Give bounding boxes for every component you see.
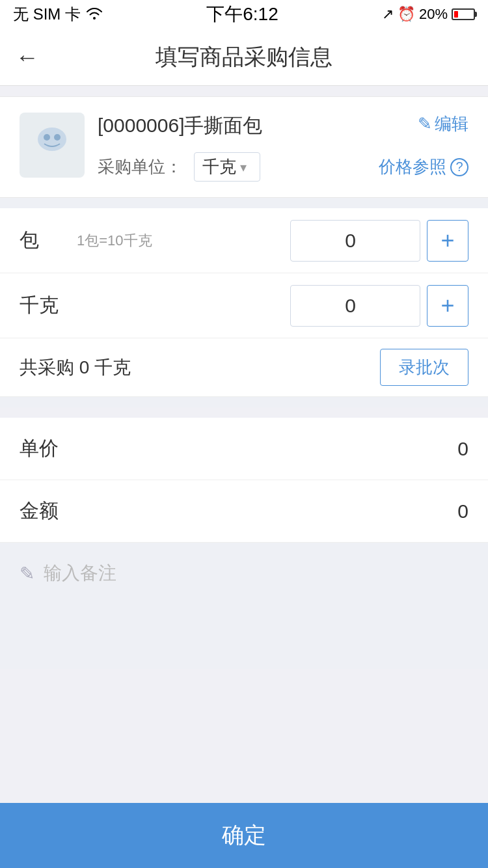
- summary-row: 共采购 0 千克 录批次: [0, 338, 488, 397]
- confirm-button[interactable]: 确定: [0, 803, 488, 868]
- bao-sublabel: 1包=10千克: [77, 231, 290, 251]
- kg-input-row: 千克 +: [0, 273, 488, 338]
- product-name: [0000006]手撕面包: [98, 113, 262, 139]
- pencil-icon: ✎: [20, 563, 34, 584]
- product-info: [0000006]手撕面包 ✎ 编辑 采购单位： 千克 价格参照 ?: [98, 113, 468, 182]
- kg-input-control: +: [290, 285, 468, 327]
- svg-point-2: [54, 134, 61, 141]
- kg-input[interactable]: [290, 285, 420, 327]
- note-section[interactable]: ✎ 输入备注: [0, 543, 488, 604]
- unit-label: 采购单位：: [98, 157, 182, 176]
- back-button[interactable]: ←: [16, 44, 39, 71]
- kg-label: 千克: [20, 292, 72, 319]
- amount-label: 金额: [20, 498, 59, 524]
- unit-select[interactable]: 千克: [194, 152, 260, 182]
- svg-point-1: [44, 134, 50, 141]
- bao-input-row: 包 1包=10千克 +: [0, 208, 488, 273]
- unit-selector-group: 采购单位： 千克: [98, 152, 260, 182]
- battery-icon: [452, 8, 475, 20]
- summary-text: 共采购 0 千克: [20, 355, 380, 380]
- alarm-icon: ⏰: [398, 6, 415, 23]
- divider-2: [0, 397, 488, 407]
- price-section: 单价 0 金额 0: [0, 418, 488, 543]
- bao-label: 包: [20, 227, 72, 254]
- nav-bar: ← 填写商品采购信息: [0, 29, 488, 86]
- unit-price-value: 0: [457, 438, 468, 460]
- divider-1: [0, 198, 488, 208]
- bao-input[interactable]: [290, 220, 420, 262]
- battery-percent: 20%: [419, 6, 448, 23]
- status-bar-left: 无 SIM 卡: [13, 4, 103, 25]
- bao-plus-button[interactable]: +: [427, 220, 468, 262]
- status-bar: 无 SIM 卡 下午6:12 ↗ ⏰ 20%: [0, 0, 488, 29]
- svg-point-0: [38, 128, 66, 151]
- edit-icon: ✎: [418, 114, 432, 134]
- bao-input-control: +: [290, 220, 468, 262]
- unit-price-row: 单价 0: [0, 418, 488, 480]
- note-placeholder: 输入备注: [44, 561, 116, 586]
- location-icon: ↗: [382, 6, 394, 23]
- product-unit-row: 采购单位： 千克 价格参照 ?: [98, 152, 468, 182]
- status-time: 下午6:12: [206, 2, 278, 27]
- product-card: [0000006]手撕面包 ✎ 编辑 采购单位： 千克 价格参照 ?: [0, 96, 488, 198]
- help-icon: ?: [450, 158, 468, 176]
- spacer: [0, 604, 488, 669]
- wifi-icon: [86, 5, 103, 23]
- edit-button[interactable]: ✎ 编辑: [418, 113, 468, 135]
- batch-button[interactable]: 录批次: [380, 349, 468, 386]
- product-logo: [33, 123, 72, 167]
- unit-price-label: 单价: [20, 435, 59, 462]
- page-title: 填写商品采购信息: [156, 42, 332, 72]
- amount-value: 0: [457, 500, 468, 522]
- amount-row: 金额 0: [0, 480, 488, 543]
- kg-plus-button[interactable]: +: [427, 285, 468, 327]
- product-image: [20, 113, 85, 178]
- input-section: 包 1包=10千克 + 千克 + 共采购 0 千克 录批次: [0, 208, 488, 397]
- sim-status: 无 SIM 卡: [13, 4, 81, 25]
- price-ref-button[interactable]: 价格参照 ?: [379, 156, 468, 178]
- product-name-row: [0000006]手撕面包 ✎ 编辑: [98, 113, 468, 139]
- status-bar-right: ↗ ⏰ 20%: [382, 6, 475, 23]
